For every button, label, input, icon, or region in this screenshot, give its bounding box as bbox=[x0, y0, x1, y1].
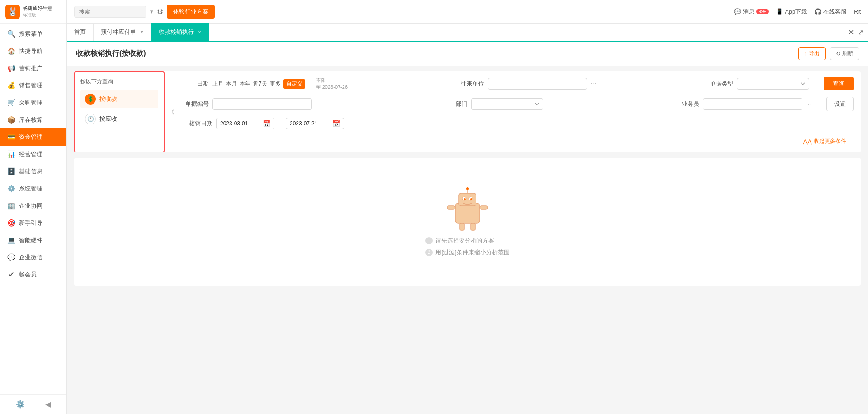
tab-prepay[interactable]: 预付冲应付单 ✕ bbox=[94, 23, 151, 41]
filter-option-by-receipt[interactable]: 💲 按收款 bbox=[80, 90, 158, 108]
topbar-gear-icon[interactable]: ⚙ bbox=[157, 7, 163, 16]
date-shortcut-last-7days[interactable]: 近7天 bbox=[253, 80, 267, 88]
tip-num-2: 2 bbox=[425, 249, 433, 256]
sidebar-item-label: 企业协同 bbox=[19, 202, 42, 210]
sidebar-item-basic[interactable]: 🗄️ 基础信息 bbox=[0, 163, 66, 180]
date-shortcut-more[interactable]: 更多 bbox=[270, 80, 281, 88]
sidebar-item-wechat[interactable]: 💬 企业微信 bbox=[0, 249, 66, 266]
counter-party-input[interactable] bbox=[488, 78, 587, 90]
query-btn-wrap: 查询 bbox=[824, 77, 854, 90]
svg-point-11 bbox=[466, 187, 469, 190]
tab-close-all-icon[interactable]: ✕ bbox=[848, 28, 854, 37]
app-download-btn[interactable]: 📱 App下载 bbox=[776, 8, 807, 16]
filter-field-date: 日期 上月 本月 本年 近7天 更多 自定义 bbox=[185, 79, 305, 89]
sidebar-item-marketing[interactable]: 📢 营销推广 bbox=[0, 60, 66, 77]
tab-receipt-writeoff-close-icon[interactable]: ✕ bbox=[198, 29, 202, 35]
tab-receipt-writeoff[interactable]: 收款核销执行 ✕ bbox=[151, 23, 209, 41]
svg-point-4 bbox=[464, 198, 466, 200]
sidebar-item-label: 新手引导 bbox=[19, 219, 42, 227]
topbar-right: 💬 消息 99+ 📱 App下载 🎧 在线客服 Rit bbox=[734, 8, 861, 16]
settings-bottom-btn[interactable]: ⚙️ bbox=[16, 400, 25, 409]
date-shortcut-this-year[interactable]: 本年 bbox=[240, 80, 250, 88]
collapse-sidebar-btn[interactable]: ◀︎ bbox=[45, 400, 51, 409]
refresh-btn[interactable]: ↻ 刷新 bbox=[830, 47, 859, 60]
sidebar-item-inventory[interactable]: 📦 库存核算 bbox=[0, 111, 66, 128]
filter-row-2: 单据编号 部门 业务员 bbox=[185, 97, 854, 111]
doc-type-select[interactable] bbox=[737, 78, 809, 90]
collapse-more-wrap: ⋀⋀ 收起更多条件 bbox=[185, 136, 854, 147]
collapse-more-label: 收起更多条件 bbox=[814, 138, 846, 145]
collapse-more-btn[interactable]: ⋀⋀ 收起更多条件 bbox=[803, 136, 846, 147]
search-icon: 🔍 bbox=[7, 30, 15, 38]
filter-field-doc-no: 单据编号 bbox=[185, 98, 312, 110]
filter-field-counter-party: 往来单位 ··· bbox=[461, 78, 597, 90]
tab-prepay-close-icon[interactable]: ✕ bbox=[140, 29, 144, 35]
service-icon: 🎧 bbox=[814, 8, 821, 15]
empty-tip-2-text: 用[过滤]条件来缩小分析范围 bbox=[435, 247, 509, 258]
topbar-chevron-icon[interactable]: ▾ bbox=[150, 8, 153, 15]
date-shortcut-this-month[interactable]: 本月 bbox=[226, 80, 237, 88]
finance-icon: 💳 bbox=[7, 133, 15, 141]
enterprise-icon: 🏢 bbox=[7, 202, 15, 210]
topbar-left: ▾ ⚙ 体验行业方案 bbox=[74, 5, 215, 19]
writeoff-date-start-input[interactable] bbox=[220, 120, 261, 127]
filter-row-3: 核销日期 📅 — 📅 bbox=[185, 118, 854, 129]
sidebar-item-system[interactable]: ⚙️ 系统管理 bbox=[0, 180, 66, 197]
filter-right: 日期 上月 本月 本年 近7天 更多 自定义 不限 至 2023-07-26 bbox=[178, 71, 861, 152]
query-btn[interactable]: 查询 bbox=[824, 77, 854, 90]
filter-left-title: 按以下方查询 bbox=[80, 78, 158, 86]
empty-tip-2: 2 用[过滤]条件来缩小分析范围 bbox=[425, 247, 509, 258]
filter-row-1: 日期 上月 本月 本年 近7天 更多 自定义 不限 至 2023-07-26 bbox=[185, 77, 854, 90]
sidebar-item-label: 库存核算 bbox=[19, 116, 42, 124]
content-area: 收款核销执行(按收款) ↑ 导出 ↻ 刷新 按以下方查询 💲 按收款 bbox=[67, 42, 868, 414]
sidebar-item-enterprise[interactable]: 🏢 企业协同 bbox=[0, 197, 66, 214]
sidebar-item-sales[interactable]: 💰 销售管理 bbox=[0, 77, 66, 94]
date-shortcut-last-month[interactable]: 上月 bbox=[212, 80, 223, 88]
sidebar-item-shortcuts[interactable]: 🏠 快捷导航 bbox=[0, 43, 66, 60]
sidebar-item-guide[interactable]: 🎯 新手引导 bbox=[0, 214, 66, 232]
tab-home[interactable]: 首页 bbox=[67, 23, 94, 41]
sidebar-item-label: 企业微信 bbox=[19, 253, 42, 262]
filter-option-by-receivable[interactable]: 🕐 按应收 bbox=[80, 110, 158, 128]
writeoff-date-start-calendar-icon[interactable]: 📅 bbox=[263, 120, 270, 127]
operation-icon: 📊 bbox=[7, 150, 15, 158]
tip-num-1: 1 bbox=[425, 237, 433, 244]
export-btn[interactable]: ↑ 导出 bbox=[798, 47, 826, 60]
filter-field-dept: 部门 bbox=[444, 98, 543, 110]
logo-text-wrap: 畅捷通好生意 标准版 bbox=[23, 5, 52, 18]
tab-expand-icon[interactable]: ⤢ bbox=[858, 28, 863, 37]
setting-btn[interactable]: 设置 bbox=[826, 97, 854, 111]
online-service-btn[interactable]: 🎧 在线客服 bbox=[814, 8, 847, 16]
writeoff-date-end-input[interactable] bbox=[290, 120, 330, 127]
doc-no-input[interactable] bbox=[212, 98, 312, 110]
dept-label: 部门 bbox=[444, 100, 467, 108]
staff-input[interactable] bbox=[703, 98, 802, 110]
message-btn[interactable]: 💬 消息 99+ bbox=[734, 8, 769, 16]
industry-btn[interactable]: 体验行业方案 bbox=[167, 5, 215, 19]
sidebar-item-search[interactable]: 🔍 搜索菜单 bbox=[0, 25, 66, 43]
sidebar-item-member[interactable]: ✔ 畅会员 bbox=[0, 266, 66, 283]
sidebar-item-purchase[interactable]: 🛒 采购管理 bbox=[0, 94, 66, 111]
sidebar-item-label: 销售管理 bbox=[19, 81, 42, 90]
sidebar-item-operation[interactable]: 📊 经营管理 bbox=[0, 146, 66, 163]
date-hint-wrap: 不限 至 2023-07-26 bbox=[316, 77, 348, 90]
svg-rect-8 bbox=[460, 223, 464, 230]
empty-robot-illustration bbox=[443, 185, 492, 235]
guide-icon: 🎯 bbox=[7, 219, 15, 227]
user-name[interactable]: Rit bbox=[854, 9, 861, 15]
sidebar-item-finance[interactable]: 💳 资金管理 bbox=[0, 128, 66, 146]
date-shortcut-custom[interactable]: 自定义 bbox=[283, 79, 305, 89]
filter-collapse-btn[interactable]: 《 bbox=[165, 71, 178, 152]
setting-btn-wrap: 设置 bbox=[826, 97, 854, 111]
counter-party-dots-icon[interactable]: ··· bbox=[591, 80, 597, 88]
tabbar-actions: ✕ ⤢ bbox=[844, 28, 868, 37]
staff-dots-icon[interactable]: ··· bbox=[806, 100, 812, 108]
sidebar-item-hardware[interactable]: 💻 智能硬件 bbox=[0, 232, 66, 249]
topbar-search-input[interactable] bbox=[74, 6, 146, 18]
tab-prepay-label: 预付冲应付单 bbox=[101, 28, 136, 36]
dept-select[interactable] bbox=[471, 98, 543, 110]
writeoff-date-end-calendar-icon[interactable]: 📅 bbox=[332, 120, 340, 127]
logo-sub: 标准版 bbox=[23, 12, 52, 18]
date-sep: — bbox=[277, 120, 283, 127]
home-icon: 🏠 bbox=[7, 47, 15, 55]
